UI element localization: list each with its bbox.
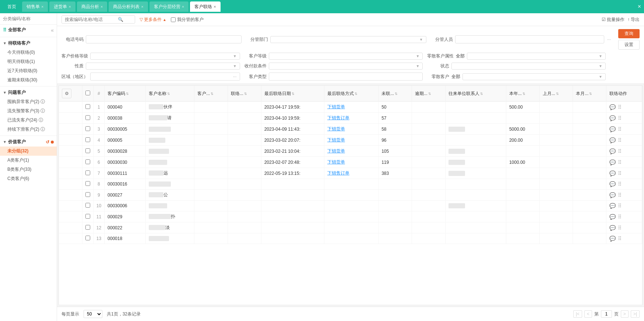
filter-scatter-attr-select[interactable]: ▼	[467, 53, 606, 60]
grid-action-icon[interactable]: ⠿	[618, 181, 622, 187]
sidebar-item-class-b[interactable]: B类客户(33)	[0, 165, 57, 174]
sidebar-group-problem[interactable]: ▼ 问题客户	[0, 88, 57, 97]
chat-icon[interactable]: 💬	[609, 181, 616, 187]
last-page-btn[interactable]: >|	[631, 310, 640, 318]
chat-icon[interactable]: 💬	[609, 236, 616, 241]
grid-action-icon[interactable]: ⠿	[618, 203, 622, 209]
tab-sales-close[interactable]: ×	[41, 4, 43, 9]
prev-page-btn[interactable]: <	[584, 310, 592, 318]
filter-scatter-select[interactable]: ▼	[462, 73, 606, 80]
row-checkbox[interactable]	[85, 104, 90, 109]
sidebar-search-input[interactable]	[3, 16, 57, 21]
filter-manager-input[interactable]	[455, 35, 604, 43]
first-page-btn[interactable]: |<	[573, 310, 582, 318]
select-all-checkbox[interactable]	[85, 91, 90, 95]
ellipsis-icon-1[interactable]: ···	[607, 37, 611, 42]
filter-payment-select[interactable]: ▼	[269, 63, 423, 70]
grid-action-icon[interactable]: ⠿	[618, 170, 622, 176]
tab-customer-segment[interactable]: 客户分层经营 ×	[149, 1, 189, 12]
my-customers-filter[interactable]: 我分管的客户	[171, 17, 204, 23]
tab-product-analysis-close[interactable]: ×	[101, 4, 103, 9]
per-page-select[interactable]: 50 100 200	[84, 310, 102, 318]
contact-method-link[interactable]: 下销货单	[327, 104, 345, 109]
refresh-icon[interactable]: ↺	[46, 140, 49, 145]
chat-icon[interactable]: 💬	[609, 126, 616, 132]
sidebar-item-7day-pending[interactable]: 近7天待联络(0)	[0, 66, 57, 75]
grid-action-icon[interactable]: ⠿	[618, 159, 622, 165]
row-checkbox[interactable]	[85, 115, 90, 120]
chat-icon[interactable]: 💬	[609, 148, 616, 154]
row-checkbox[interactable]	[85, 192, 90, 197]
chat-icon[interactable]: 💬	[609, 104, 616, 110]
my-customers-checkbox[interactable]	[171, 17, 176, 22]
more-conditions-btn[interactable]: ▽ 更多条件 ▲	[140, 17, 166, 23]
contact-method-link[interactable]: 下销售订单	[327, 115, 349, 120]
filter-status-select[interactable]: ▼	[451, 63, 606, 70]
chat-icon[interactable]: 💬	[609, 170, 616, 176]
sidebar-item-today-pending[interactable]: 今天待联络(0)	[0, 48, 57, 57]
settings-icon[interactable]: ⚙	[62, 89, 71, 98]
tab-customer-contact-close[interactable]: ×	[214, 4, 216, 9]
batch-operation-btn[interactable]: ☑ 批量操作	[602, 17, 624, 23]
sidebar-group-pending[interactable]: ▼ 待联络客户	[0, 39, 57, 48]
tab-sales[interactable]: 销售单 ×	[22, 1, 48, 12]
tab-product-analysis-list-close[interactable]: ×	[141, 4, 143, 9]
row-checkbox[interactable]	[85, 225, 90, 230]
col-settings[interactable]: ⚙	[59, 86, 82, 102]
sidebar-item-churn-warning[interactable]: 流失预警客户(3) ⓘ	[0, 106, 57, 116]
filter-phone-input[interactable]	[86, 35, 242, 43]
filter-region-select[interactable]: ···	[90, 73, 240, 81]
sidebar-item-class-a[interactable]: A类客户(1)	[0, 156, 57, 165]
ellipsis-icon-2[interactable]: ···	[233, 74, 237, 79]
sidebar-collapse-icon[interactable]: «	[51, 27, 54, 33]
tab-customer-contact[interactable]: 客户联络 ×	[190, 1, 220, 12]
contact-method-link[interactable]: 下销售订单	[327, 170, 349, 176]
grid-action-icon[interactable]: ⠿	[618, 115, 622, 121]
sidebar-item-churned[interactable]: 已流失客户(24) ⓘ	[0, 116, 57, 125]
row-checkbox[interactable]	[85, 148, 90, 153]
grid-action-icon[interactable]: ⠿	[618, 137, 622, 143]
sidebar-all-customers[interactable]: ⠿ 全部客户 «	[0, 25, 57, 35]
contact-method-link[interactable]: 下销货单	[327, 148, 345, 154]
chat-icon[interactable]: 💬	[609, 192, 616, 198]
query-button[interactable]: 查询	[618, 29, 640, 38]
filter-customer-level-select[interactable]: ▼	[269, 53, 423, 60]
tab-purchase[interactable]: 进货单 ×	[49, 1, 75, 12]
row-checkbox[interactable]	[85, 203, 90, 208]
grid-action-icon[interactable]: ⠿	[618, 148, 622, 154]
contact-method-link[interactable]: 下销货单	[327, 137, 345, 142]
row-checkbox[interactable]	[85, 236, 90, 240]
grid-action-icon[interactable]: ⠿	[618, 236, 622, 241]
sidebar-item-tomorrow-pending[interactable]: 明天待联络(1)	[0, 57, 57, 66]
filter-price-level-select[interactable]: ▼	[90, 53, 240, 60]
tab-purchase-close[interactable]: ×	[68, 4, 71, 9]
grid-action-icon[interactable]: ⠿	[618, 225, 622, 231]
search-input[interactable]	[65, 17, 116, 22]
filter-nature-select[interactable]: ▼	[86, 63, 240, 70]
tab-product-analysis-list[interactable]: 商品分析列表 ×	[109, 1, 148, 12]
grid-action-icon[interactable]: ⠿	[618, 192, 622, 198]
tab-customer-segment-close[interactable]: ×	[182, 4, 184, 9]
tab-home[interactable]: 首页	[3, 1, 21, 12]
chat-icon[interactable]: 💬	[609, 225, 616, 231]
filter-dept-select[interactable]: ▼	[270, 36, 426, 43]
chat-icon[interactable]: 💬	[609, 159, 616, 165]
row-checkbox[interactable]	[85, 159, 90, 164]
sidebar-item-hoarding[interactable]: 囤购异常客户(2) ⓘ	[0, 97, 57, 106]
topbar-close-all[interactable]: ×	[638, 3, 641, 10]
row-checkbox[interactable]	[85, 214, 90, 219]
chat-icon[interactable]: 💬	[609, 137, 616, 143]
sidebar-group-value[interactable]: ▼ 价值客户 ↺	[0, 137, 57, 147]
grid-action-icon[interactable]: ⠿	[618, 214, 622, 220]
row-checkbox[interactable]	[85, 181, 90, 186]
contact-method-link[interactable]: 下销货单	[327, 126, 345, 131]
tab-product-analysis[interactable]: 商品分析 ×	[77, 1, 107, 12]
sidebar-item-no-group[interactable]: 未分组(32)	[0, 147, 57, 156]
page-number-input[interactable]	[601, 310, 612, 318]
chat-icon[interactable]: 💬	[609, 203, 616, 209]
row-checkbox[interactable]	[85, 126, 90, 131]
row-checkbox[interactable]	[85, 170, 90, 175]
sidebar-item-class-c[interactable]: C类客户(6)	[0, 174, 57, 183]
search-icon[interactable]: 🔍	[118, 17, 123, 22]
reset-button[interactable]: 设置	[618, 40, 640, 50]
